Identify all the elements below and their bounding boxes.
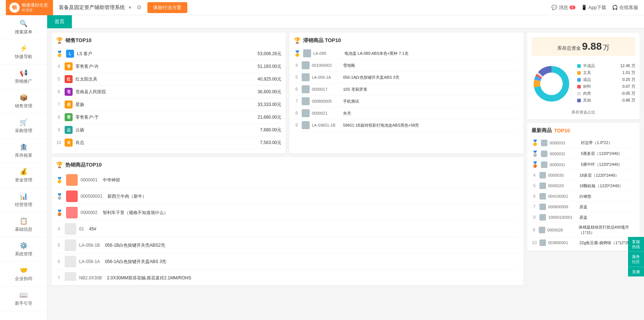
list-item: 4 01 45# xyxy=(56,221,519,237)
clipboard-icon: 📋 xyxy=(20,217,28,225)
sidebar-item-marketing[interactable]: 📢 营销推广 xyxy=(0,65,47,89)
trial-button[interactable]: 体验行业方案 xyxy=(147,2,187,13)
mobile-icon: 📱 xyxy=(581,5,587,10)
chart-legend: 半成品 12.45 万 文具 1.01 万 成品 0.25 万 xyxy=(577,63,635,104)
megaphone-icon: 📢 xyxy=(20,69,28,77)
list-item: 9 LA-59651-1B 59651-1B旋转投影灯电池盒ABS黑色+58壳 xyxy=(294,119,519,131)
chevron-down-icon[interactable]: ▼ xyxy=(128,5,132,10)
list-item: 7 NB2.0X30B 2.0X30MM双排花轴,摇花直径2.1MM/ROHS xyxy=(56,270,519,281)
avatar: 肖 xyxy=(65,139,73,147)
list-item: 7 星 星扬 33,333.00元 xyxy=(56,98,281,111)
avatar: 星 xyxy=(65,100,73,108)
rank-medal: 🥈 xyxy=(531,150,539,157)
chart-container: 半成品 12.45 万 文具 1.01 万 成品 0.25 万 xyxy=(531,60,635,108)
sidebar-item-enterprise[interactable]: 🤝 企业协同 xyxy=(0,262,47,287)
list-item: 🥇 0000001 中华神箭 xyxy=(56,172,519,188)
flash-icon: ⚡ xyxy=(20,44,28,52)
inventory-total: 库存总资金 9.88 万 xyxy=(531,37,635,56)
product-thumb xyxy=(539,214,546,221)
list-item: 6 0000017 10S 变刷罗浆 xyxy=(294,83,519,95)
product-thumb xyxy=(66,207,78,218)
product-thumb xyxy=(541,140,547,146)
legend-item: 文具 1.01 万 xyxy=(577,70,635,75)
message-action[interactable]: 💬 消息 6 xyxy=(551,4,575,11)
float-btn-live[interactable]: 直播 xyxy=(628,267,644,276)
rank-medal: 🥇 xyxy=(56,50,63,57)
float-btn-service[interactable]: 客服 热线 xyxy=(628,237,644,252)
newest-products-title: 最新商品 TOP10 xyxy=(531,127,635,134)
sidebar-item-operations[interactable]: 📊 经营管理 xyxy=(0,188,47,213)
box-icon: 📦 xyxy=(20,94,28,102)
legend-dot xyxy=(577,71,581,75)
top-customers-panel: 🏆 销售TOP10 🥇 L LS 客户 53,006.26元 4 零 零售客户-… xyxy=(52,33,286,153)
list-item: 4 001000002 雪地靴 xyxy=(294,60,519,71)
product-thumb xyxy=(66,174,78,186)
product-list: 🥇 LA-089 电池盖 LA-089 ABS本色+黑种 7.1克 4 0010… xyxy=(294,48,519,131)
sidebar-item-purchase[interactable]: 🛒 采购管理 xyxy=(0,114,47,139)
avatar: 红 xyxy=(65,75,73,83)
legend-dot xyxy=(577,99,581,102)
product-thumb xyxy=(302,97,310,105)
sidebar-item-basic[interactable]: 📋 基础信息 xyxy=(0,213,47,237)
sidebar: 🔍 搜索菜单 ⚡ 快捷导航 📢 营销推广 📦 销售管理 🛒 采购管理 🏦 库存核… xyxy=(0,15,47,320)
rank-medal: 🥉 xyxy=(531,161,539,168)
rank-medal: 🥇 xyxy=(56,177,63,184)
product-thumb xyxy=(303,49,311,57)
chart-sub-label: 库存资金占比 xyxy=(531,110,635,115)
float-btn-community[interactable]: 服务 社区 xyxy=(628,252,644,267)
settings-icon[interactable]: ⚙ xyxy=(136,4,142,11)
list-item: 9 云 云扬 7,680.00元 xyxy=(56,124,281,136)
avatar: 苍 xyxy=(65,88,73,96)
list-item: 🥈 000500001 新西兰牛肉（新牛） xyxy=(56,188,519,205)
product-thumb xyxy=(302,73,310,81)
slow-products-title: 🏆 滞销商品 TOP10 xyxy=(294,37,519,44)
tab-home[interactable]: 首页 xyxy=(47,15,72,28)
newest-products-panel: 最新商品 TOP10 🥇 0000033 封边带（1.0*22） 🥈 00000… xyxy=(527,123,640,251)
list-item: 🥇 0000033 封边带（1.0*22） xyxy=(531,138,635,148)
app-title-bar: 装备及固定资产辅助管理系统 ▼ ⚙ 体验行业方案 xyxy=(59,2,551,13)
hot-product-list: 🥇 0000001 中华神箭 🥈 000500001 新西兰牛肉（新牛） 🥉 0… xyxy=(56,172,519,281)
online-service-action[interactable]: 🎧 在线客服 xyxy=(612,4,638,11)
list-item: 6 LA-056-1A 056-1A白色按键开关盖ABS 3壳 xyxy=(56,254,519,270)
customer-list: 🥇 L LS 客户 53,006.26元 4 零 零售客户-许 51,183.0… xyxy=(56,48,281,149)
inventory-panel: 库存总资金 9.88 万 xyxy=(527,33,640,119)
gear-icon: ⚙️ xyxy=(20,242,28,250)
rank-medal: 🥉 xyxy=(56,209,63,216)
list-item: 7 000800005 手机测试 xyxy=(294,95,519,107)
product-thumb xyxy=(539,227,545,233)
list-item: 9 0000028 体桃荔枝味苏打饮品400毫升（1*15） xyxy=(531,223,635,238)
sidebar-item-search[interactable]: 🔍 搜索菜单 xyxy=(0,15,47,40)
top-customers-title: 🏆 销售TOP10 xyxy=(56,37,281,44)
list-item: 🥉 0000031 5厘中纤（1220*2440） xyxy=(531,159,635,170)
app-download-action[interactable]: 📱 App下载 xyxy=(581,4,606,11)
rank-medal: 🥈 xyxy=(56,193,63,200)
cart-icon: 🛒 xyxy=(20,118,28,126)
sidebar-item-sales[interactable]: 📦 销售管理 xyxy=(0,89,47,114)
product-thumb xyxy=(65,223,76,235)
float-buttons: 客服 热线 服务 社区 直播 xyxy=(628,237,644,276)
sidebar-item-guide[interactable]: 📖 新手引导 xyxy=(0,287,47,311)
list-item: 7 000800008 原盅 xyxy=(531,202,635,212)
logo-icon: 畅 xyxy=(9,3,20,13)
product-thumb xyxy=(539,172,546,179)
list-item: 6 苍 苍南县人民医院 36,600.00元 xyxy=(56,86,281,98)
legend-item: 肉类 -0.05 万 xyxy=(577,91,635,96)
sidebar-item-quicknav[interactable]: ⚡ 快捷导航 xyxy=(0,40,47,65)
product-thumb xyxy=(541,151,547,157)
rank-medal: 🥇 xyxy=(531,139,539,146)
avatar: L xyxy=(66,50,74,58)
sidebar-item-system[interactable]: ⚙️ 系统管理 xyxy=(0,237,47,262)
hot-products-panel: 🏆 热销商品TOP10 🥇 0000001 中华神箭 🥈 000500001 新… xyxy=(52,157,523,285)
product-thumb xyxy=(302,85,310,93)
system-title: 装备及固定资产辅助管理系统 xyxy=(59,4,125,11)
sidebar-item-inventory[interactable]: 🏦 库存核算 xyxy=(0,139,47,163)
product-thumb xyxy=(539,193,546,200)
sidebar-item-finance[interactable]: 💰 资金管理 xyxy=(0,163,47,188)
handshake-icon: 🤝 xyxy=(20,266,28,274)
legend-item: 其他 -3.86 万 xyxy=(577,98,635,103)
product-thumb xyxy=(539,239,546,246)
list-item: 10 肖 肖总 7,563.00元 xyxy=(56,136,281,149)
list-item: 5 0000029 18颗粒板（1220*2440） xyxy=(531,181,635,191)
product-thumb xyxy=(302,109,310,117)
list-item: 5 红 红太阳文具 40,925.00元 xyxy=(56,73,281,86)
